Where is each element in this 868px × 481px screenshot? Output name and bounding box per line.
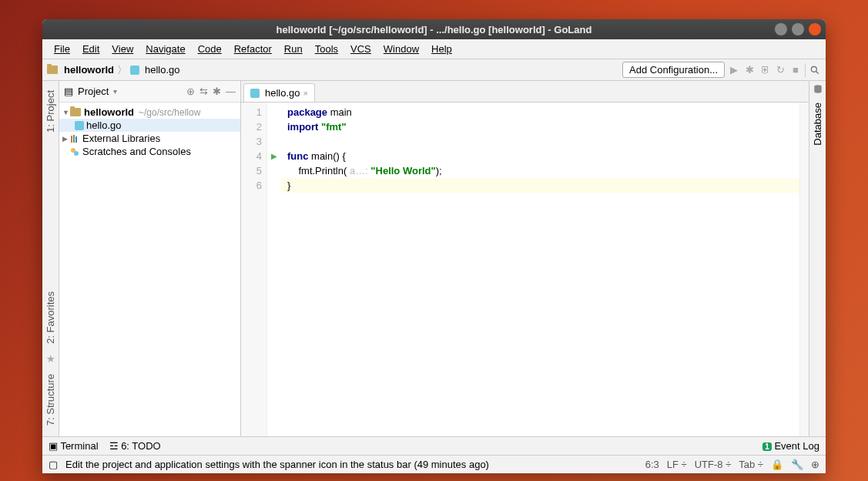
editor-area: hello.go × 123456 ▶ package main import … [241, 81, 809, 436]
menu-tools[interactable]: Tools [310, 42, 344, 56]
tree-file-hello[interactable]: hello.go [59, 119, 240, 132]
tab-close-icon[interactable]: × [303, 89, 308, 98]
project-panel-title[interactable]: Project [78, 86, 109, 97]
encoding[interactable]: UTF-8 ÷ [695, 459, 732, 470]
titlebar: helloworld [~/go/src/helloworld] - .../h… [42, 19, 826, 39]
tool-terminal[interactable]: ▣ Terminal [49, 440, 99, 452]
breadcrumb[interactable]: helloworld 〉 hello.go [47, 63, 180, 77]
menu-file[interactable]: File [49, 42, 75, 56]
svg-rect-2 [71, 136, 72, 143]
database-icon[interactable] [813, 84, 823, 95]
library-icon [70, 134, 79, 143]
code-content[interactable]: package main import "fmt" func main() { … [281, 103, 799, 436]
tool-todo[interactable]: ☲ 6: TODO [109, 440, 161, 452]
star-icon: ★ [46, 350, 55, 368]
go-file-icon [130, 66, 139, 75]
root-path: ~/go/src/hellow [139, 107, 200, 118]
settings-icon[interactable]: 🔧 [791, 459, 803, 470]
cursor-position[interactable]: 6:3 [645, 459, 659, 470]
svg-line-1 [816, 71, 819, 73]
menu-run[interactable]: Run [279, 42, 308, 56]
menubar: File Edit View Navigate Code Refactor Ru… [42, 39, 826, 59]
line-ending[interactable]: LF ÷ [667, 459, 687, 470]
menu-refactor[interactable]: Refactor [229, 42, 277, 56]
profile-icon[interactable]: ↻ [774, 64, 786, 76]
ext-lib-label: External Libraries [82, 133, 160, 144]
add-configuration-button[interactable]: Add Configuration... [622, 62, 725, 78]
close-button[interactable] [809, 23, 821, 35]
hide-icon[interactable]: — [226, 86, 236, 97]
statusbar: ▢ Edit the project and application setti… [42, 455, 826, 473]
tab-label: hello.go [265, 87, 300, 99]
svg-rect-4 [75, 136, 77, 143]
scratches-label: Scratches and Consoles [82, 146, 191, 157]
project-panel-header: ▤ Project ▾ ⊕ ⇆ ✱ — [59, 81, 240, 103]
go-file-icon [250, 89, 260, 98]
dropdown-arrow-icon[interactable]: ▾ [113, 87, 117, 96]
main-body: 1: Project 2: Favorites ★ 7: Structure ▤… [42, 81, 826, 436]
menu-edit[interactable]: Edit [77, 42, 105, 56]
status-message: Edit the project and application setting… [65, 459, 489, 470]
run-icon[interactable]: ▶ [728, 64, 740, 76]
toggle-tools-icon[interactable]: ▢ [49, 459, 58, 470]
window-controls [775, 23, 821, 35]
editor-tabs: hello.go × [241, 81, 809, 103]
breadcrumb-file: hello.go [145, 64, 180, 76]
lock-icon[interactable]: 🔒 [771, 459, 783, 470]
menu-navigate[interactable]: Navigate [140, 42, 190, 56]
tree-scratches[interactable]: Scratches and Consoles [59, 145, 240, 158]
locate-icon[interactable]: ⊕ [186, 86, 195, 97]
scratches-icon [70, 147, 79, 156]
project-view-icon: ▤ [64, 86, 73, 97]
tool-structure[interactable]: 7: Structure [45, 368, 56, 432]
bottom-tool-rail: ▣ Terminal ☲ 6: TODO 1 Event Log [42, 436, 826, 455]
breadcrumb-project: helloworld [64, 64, 114, 76]
line-gutter: 123456 [241, 103, 267, 436]
folder-icon [47, 66, 58, 74]
tree-root[interactable]: ▼ helloworld ~/go/src/hellow [59, 106, 240, 119]
navigation-toolbar: helloworld 〉 hello.go Add Configuration.… [42, 59, 826, 81]
project-tool-window: ▤ Project ▾ ⊕ ⇆ ✱ — ▼ helloworld ~/go/sr… [59, 81, 241, 436]
menu-window[interactable]: Window [378, 42, 424, 56]
minimize-button[interactable] [775, 23, 787, 35]
menu-view[interactable]: View [106, 42, 139, 56]
debug-icon[interactable]: ✱ [743, 64, 756, 76]
svg-rect-3 [73, 135, 75, 143]
left-tool-rail: 1: Project 2: Favorites ★ 7: Structure [42, 81, 59, 436]
tool-project[interactable]: 1: Project [45, 84, 56, 139]
event-log[interactable]: 1 Event Log [762, 440, 819, 452]
run-line-icon[interactable]: ▶ [267, 149, 281, 163]
right-tool-rail: Database [809, 81, 826, 436]
gear-icon[interactable]: ✱ [213, 86, 221, 97]
window-title: helloworld [~/go/src/helloworld] - .../h… [276, 24, 592, 35]
tool-database[interactable]: Database [812, 96, 823, 152]
go-file-icon [75, 121, 84, 130]
stop-icon[interactable]: ■ [789, 64, 802, 76]
app-window: helloworld [~/go/src/helloworld] - .../h… [42, 19, 826, 473]
project-tree: ▼ helloworld ~/go/src/hellow hello.go ▶ … [59, 103, 240, 161]
tree-external-libraries[interactable]: ▶ External Libraries [59, 132, 240, 145]
maximize-button[interactable] [792, 23, 804, 35]
svg-point-0 [811, 66, 816, 72]
menu-help[interactable]: Help [426, 42, 457, 56]
tab-hello[interactable]: hello.go × [243, 83, 315, 102]
gutter-icons: ▶ [267, 103, 281, 436]
error-stripe[interactable] [799, 103, 809, 436]
svg-point-6 [74, 151, 79, 156]
code-editor[interactable]: 123456 ▶ package main import "fmt" func … [241, 103, 809, 436]
coverage-icon[interactable]: ⛨ [759, 64, 771, 76]
breadcrumb-sep: 〉 [117, 63, 127, 77]
indent-setting[interactable]: Tab ÷ [739, 459, 763, 470]
menu-vcs[interactable]: VCS [345, 42, 377, 56]
search-icon[interactable] [809, 64, 821, 76]
memory-icon[interactable]: ⊕ [811, 459, 819, 470]
menu-code[interactable]: Code [193, 42, 227, 56]
collapse-icon[interactable]: ⇆ [199, 86, 208, 97]
folder-icon [70, 108, 81, 116]
root-name: helloworld [84, 106, 134, 118]
tree-file-label: hello.go [86, 119, 122, 131]
tool-favorites[interactable]: 2: Favorites [45, 285, 56, 350]
